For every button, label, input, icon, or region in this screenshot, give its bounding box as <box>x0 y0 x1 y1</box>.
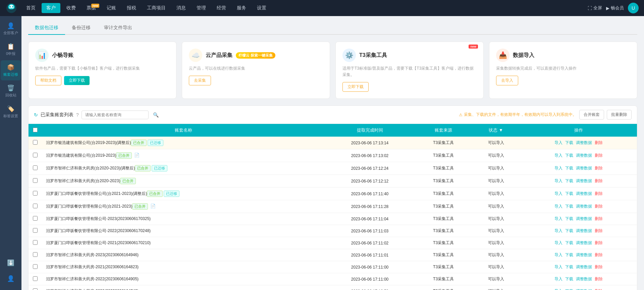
tab-backup-migrate[interactable]: 备份迁移 <box>65 21 97 35</box>
user-avatar[interactable]: U <box>628 3 639 13</box>
refresh-icon[interactable]: ↻ <box>34 112 38 118</box>
action-导入[interactable]: 导入 <box>554 153 562 158</box>
nav-operation[interactable]: 经营 <box>212 3 231 13</box>
action-下载[interactable]: 下载 <box>565 277 573 281</box>
row-checkbox[interactable] <box>33 140 38 145</box>
action-导入[interactable]: 导入 <box>554 265 562 269</box>
row-checkbox[interactable] <box>33 191 38 196</box>
action-调整数据[interactable]: 调整数据 <box>576 240 592 245</box>
nav-manage[interactable]: 管理 <box>192 3 211 13</box>
row-checkbox[interactable] <box>33 276 38 281</box>
row-checkbox[interactable] <box>33 216 38 221</box>
action-调整数据[interactable]: 调整数据 <box>576 140 592 145</box>
import-go-btn[interactable]: 去导入 <box>496 76 518 85</box>
action-下载[interactable]: 下载 <box>565 166 573 170</box>
xiaochang-download-btn[interactable]: 立即下载 <box>64 76 90 85</box>
action-调整数据[interactable]: 调整数据 <box>576 204 592 209</box>
sidebar-item-tag[interactable]: 🏷️ 标签设置 <box>1 102 21 122</box>
row-checkbox[interactable] <box>33 240 38 245</box>
action-调整数据[interactable]: 调整数据 <box>576 166 592 170</box>
action-导入[interactable]: 导入 <box>554 191 562 196</box>
search-input[interactable] <box>82 111 149 119</box>
action-下载[interactable]: 下载 <box>565 289 573 290</box>
action-导入[interactable]: 导入 <box>554 240 562 245</box>
cloud-collect-btn[interactable]: 去采集 <box>189 76 211 85</box>
action-调整数据[interactable]: 调整数据 <box>576 277 592 281</box>
action-删除[interactable]: 删除 <box>595 153 603 158</box>
merge-btn[interactable]: 合并账套 <box>579 110 604 120</box>
search-button[interactable]: 🔍 <box>151 111 160 119</box>
action-删除[interactable]: 删除 <box>595 265 603 269</box>
action-导入[interactable]: 导入 <box>554 140 562 145</box>
row-checkbox[interactable] <box>33 165 38 170</box>
fullscreen-btn[interactable]: ⛶ 全屏 <box>588 5 602 11</box>
nav-service[interactable]: 服务 <box>232 3 251 13</box>
action-下载[interactable]: 下载 <box>565 216 573 221</box>
tab-audit-export[interactable]: 审计文件导出 <box>97 21 139 35</box>
action-下载[interactable]: 下载 <box>565 178 573 183</box>
row-checkbox[interactable] <box>33 204 38 208</box>
sidebar-item-user[interactable]: 👤 <box>1 272 21 287</box>
action-导入[interactable]: 导入 <box>554 166 562 170</box>
action-调整数据[interactable]: 调整数据 <box>576 153 592 158</box>
row-checkbox[interactable] <box>33 252 38 257</box>
sidebar-item-zero-declare[interactable]: 📋 0申报 <box>1 40 21 60</box>
row-checkbox[interactable] <box>33 228 38 233</box>
row-checkbox[interactable] <box>33 264 38 269</box>
action-下载[interactable]: 下载 <box>565 265 573 269</box>
member-btn[interactable]: ▶ 畅会员 <box>606 5 624 11</box>
action-调整数据[interactable]: 调整数据 <box>576 265 592 269</box>
action-下载[interactable]: 下载 <box>565 252 573 257</box>
help-icon[interactable]: ? <box>76 112 79 118</box>
nav-invoice[interactable]: 票据 new <box>82 3 101 13</box>
sidebar-item-all-clients[interactable]: 👤 全部客户 <box>1 19 21 39</box>
nav-tax[interactable]: 报税 <box>122 3 141 13</box>
batch-del-btn[interactable]: 批量删除 <box>607 110 632 120</box>
action-删除[interactable]: 删除 <box>595 204 603 209</box>
nav-fee[interactable]: 收费 <box>62 3 80 13</box>
row-checkbox[interactable] <box>33 153 38 157</box>
action-导入[interactable]: 导入 <box>554 277 562 281</box>
t3-download-btn[interactable]: 立即下载 <box>342 82 369 92</box>
row-checkbox[interactable] <box>33 288 38 290</box>
nav-settings[interactable]: 设置 <box>252 3 271 13</box>
action-导入[interactable]: 导入 <box>554 204 562 209</box>
action-导入[interactable]: 导入 <box>554 228 562 233</box>
action-删除[interactable]: 删除 <box>595 289 603 290</box>
sidebar-item-recycle[interactable]: 🗑️ 回收站 <box>1 81 21 101</box>
sidebar-item-download[interactable]: ⬇️ <box>1 256 21 271</box>
action-调整数据[interactable]: 调整数据 <box>576 228 592 233</box>
action-下载[interactable]: 下载 <box>565 240 573 245</box>
action-删除[interactable]: 删除 <box>595 216 603 221</box>
action-调整数据[interactable]: 调整数据 <box>576 191 592 196</box>
nav-bookkeeping[interactable]: 记账 <box>102 3 121 13</box>
action-删除[interactable]: 删除 <box>595 228 603 233</box>
action-下载[interactable]: 下载 <box>565 140 573 145</box>
action-导入[interactable]: 导入 <box>554 216 562 221</box>
action-下载[interactable]: 下载 <box>565 228 573 233</box>
xiaochang-help-btn[interactable]: 帮助文档 <box>35 76 61 85</box>
action-删除[interactable]: 删除 <box>595 252 603 257</box>
action-删除[interactable]: 删除 <box>595 178 603 183</box>
nav-message[interactable]: 消息 <box>172 3 191 13</box>
action-导入[interactable]: 导入 <box>554 178 562 183</box>
action-导入[interactable]: 导入 <box>554 289 562 290</box>
action-删除[interactable]: 删除 <box>595 277 603 281</box>
action-调整数据[interactable]: 调整数据 <box>576 216 592 221</box>
nav-home[interactable]: 首页 <box>21 3 40 13</box>
action-删除[interactable]: 删除 <box>595 140 603 145</box>
action-调整数据[interactable]: 调整数据 <box>576 178 592 183</box>
action-删除[interactable]: 删除 <box>595 166 603 170</box>
action-下载[interactable]: 下载 <box>565 153 573 158</box>
row-checkbox[interactable] <box>33 178 38 183</box>
sidebar-item-migrate[interactable]: 📦 账套迁移 <box>1 60 21 80</box>
action-导入[interactable]: 导入 <box>554 252 562 257</box>
action-下载[interactable]: 下载 <box>565 191 573 196</box>
tab-data-migrate[interactable]: 数据包迁移 <box>28 21 65 35</box>
nav-client[interactable]: 客户 <box>42 3 60 13</box>
action-删除[interactable]: 删除 <box>595 191 603 196</box>
action-下载[interactable]: 下载 <box>565 204 573 209</box>
select-all-checkbox[interactable] <box>33 128 38 132</box>
action-调整数据[interactable]: 调整数据 <box>576 289 592 290</box>
nav-business[interactable]: 工商项目 <box>142 3 170 13</box>
